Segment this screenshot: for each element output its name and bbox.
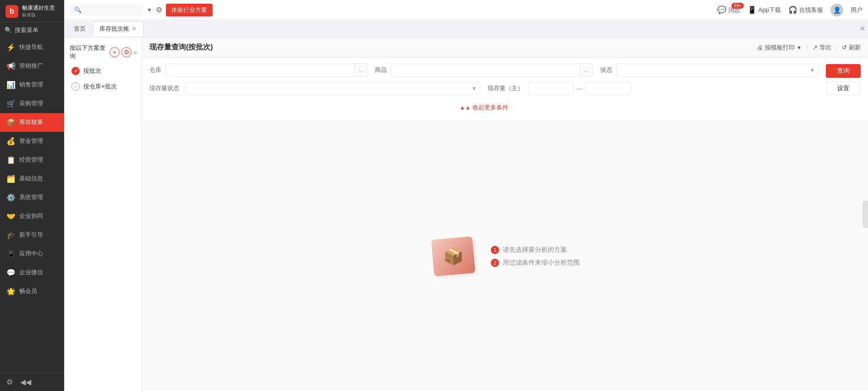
topbar-search-box[interactable]: 🔍: [70, 5, 143, 15]
sidebar-item-newbie[interactable]: 🎓 新手引导: [0, 226, 64, 244]
print-button[interactable]: 🖨 按模板打印 ▼: [757, 43, 802, 52]
product-label: 商品: [375, 66, 387, 74]
user-name: 用户: [851, 6, 863, 14]
quicknav-icon: ⚡: [6, 43, 16, 52]
service-icon: 🎧: [788, 5, 797, 14]
messages-badge: 99+: [731, 3, 744, 9]
sidebar-item-search[interactable]: 🔍 搜索菜单: [0, 22, 64, 38]
stock-main-field: 现存量（主） —: [488, 81, 819, 95]
main-content: 现存量查询(按批次) 🖨 按模板打印 ▼ | ↗ 导出 | ↺: [142, 38, 868, 391]
empty-hint-1: 1 请先选择要分析的方案: [491, 246, 580, 254]
trial-button[interactable]: 体验行业方案: [166, 4, 213, 16]
refresh-icon: ↺: [842, 44, 847, 51]
sidebar-item-enterprise[interactable]: 🤝 企业协同: [0, 207, 64, 226]
sidebar-item-system[interactable]: ⚙️ 系统管理: [0, 188, 64, 207]
content-wrap: 按以下方案查询 + ⚙ « ✓ 按批次 ○ 按仓库+批次 现存量查询(按批次): [64, 38, 868, 391]
filter-row-1: 仓库 ... 商品: [149, 63, 819, 77]
sidebar-item-purchase[interactable]: 🛒 采购管理: [0, 94, 64, 113]
refresh-button[interactable]: ↺ 刷新: [842, 43, 861, 52]
system-icon: ⚙️: [6, 193, 16, 202]
stock-main-from-input[interactable]: [528, 81, 574, 95]
scheme-item-by-batch[interactable]: ✓ 按批次: [64, 63, 142, 79]
collapse-label: 收起更多条件: [472, 103, 508, 112]
filter-section: 仓库 ... 商品: [142, 58, 868, 121]
collapse-sidebar-icon[interactable]: ◀◀: [20, 378, 31, 386]
hint-text-2: 用过滤条件来缩小分析范围: [503, 259, 580, 267]
sidebar-item-sales[interactable]: 📊 销售管理: [0, 76, 64, 94]
member-label: 畅会员: [19, 287, 37, 295]
marketing-label: 营销推广: [19, 62, 43, 70]
hint-num-2: 2: [491, 259, 499, 267]
scheme-item-by-warehouse-batch-label: 按仓库+批次: [83, 82, 117, 91]
stock-status-select-wrap: 全部 ▼: [185, 81, 480, 95]
online-service-button[interactable]: 🎧 在线客服: [788, 5, 823, 14]
sales-label: 销售管理: [19, 81, 43, 89]
empty-hints: 1 请先选择要分析的方案 2 用过滤条件来缩小分析范围: [491, 246, 580, 267]
quicknav-label: 快捷导航: [19, 43, 43, 51]
scheme-dot-active: ✓: [71, 67, 80, 75]
query-button[interactable]: 查询: [826, 64, 861, 78]
warehouse-dots-button[interactable]: ...: [355, 63, 368, 77]
topbar-dropdown-btn[interactable]: ▼: [147, 7, 152, 13]
sidebar-item-finance[interactable]: 💰 资金管理: [0, 132, 64, 151]
filter-action-buttons: 查询 设置: [824, 63, 861, 115]
product-dots-label: ...: [584, 67, 588, 73]
sidebar-item-quicknav[interactable]: ⚡ 快捷导航: [0, 38, 64, 57]
status-select[interactable]: 全部 正常 锁定: [616, 63, 819, 77]
tab-inventory-batch-label: 库存批次账: [99, 25, 129, 33]
close-panel-icon[interactable]: ✕: [859, 24, 865, 33]
topbar-settings-icon[interactable]: ⚙: [156, 5, 162, 14]
header-actions: 🖨 按模板打印 ▼ | ↗ 导出 | ↺ 刷新: [757, 43, 861, 52]
purchase-label: 采购管理: [19, 99, 43, 108]
sidebar-item-marketing[interactable]: 📢 营销推广: [0, 57, 64, 76]
export-label: 导出: [819, 43, 831, 52]
sidebar-item-inventory[interactable]: 📦 库存核算: [0, 113, 64, 132]
print-icon: 🖨: [757, 44, 763, 51]
settings-button[interactable]: 设置: [826, 81, 861, 95]
stock-status-field: 现存量状态 全部 ▼: [149, 81, 480, 95]
stock-main-to-input[interactable]: [585, 81, 631, 95]
scheme-header: 按以下方案查询 + ⚙ «: [64, 41, 142, 63]
print-dropdown-icon[interactable]: ▼: [797, 45, 802, 50]
sidebar-item-wechat[interactable]: 💬 企业微信: [0, 263, 64, 282]
print-label: 按模板打印: [765, 43, 795, 52]
topbar-search-input[interactable]: [84, 6, 130, 13]
filter-row-2: 现存量状态 全部 ▼ 现存量（主）: [149, 81, 819, 95]
settings-bottom-icon[interactable]: ⚙: [6, 378, 13, 386]
scheme-item-by-warehouse-batch[interactable]: ○ 按仓库+批次: [64, 79, 142, 94]
tab-inventory-batch[interactable]: 库存批次账 ✕: [93, 22, 143, 36]
search-menu-label: 搜索菜单: [15, 26, 38, 34]
app-download-button[interactable]: 📱 App下载: [747, 5, 781, 14]
scheme-settings-button[interactable]: ⚙: [121, 47, 132, 57]
purchase-icon: 🛒: [6, 99, 16, 108]
messages-button[interactable]: 💬 消息 99+: [717, 5, 740, 14]
sidebar-item-member[interactable]: 🌟 畅会员: [0, 282, 64, 301]
tab-home[interactable]: 首页: [67, 22, 93, 36]
tab-close-icon[interactable]: ✕: [132, 26, 137, 32]
wechat-label: 企业微信: [19, 268, 43, 277]
range-separator: —: [577, 85, 582, 92]
sidebar-item-operations[interactable]: 📋 经营管理: [0, 151, 64, 169]
filter-fields: 仓库 ... 商品: [149, 63, 819, 115]
sidebar-item-appstore[interactable]: 📱 应用中心: [0, 244, 64, 263]
product-dots-button[interactable]: ...: [580, 63, 593, 77]
scheme-add-button[interactable]: +: [110, 47, 120, 57]
scheme-collapse-button[interactable]: «: [133, 49, 137, 56]
system-label: 系统管理: [19, 193, 43, 201]
newbie-label: 新手引导: [19, 231, 43, 239]
warehouse-input[interactable]: [165, 63, 355, 77]
product-input[interactable]: [390, 63, 580, 77]
user-avatar[interactable]: 👤: [830, 4, 843, 16]
sidebar-bottom: ⚙ ◀◀: [0, 373, 64, 391]
collapse-bar[interactable]: ▲▲ 收起更多条件: [149, 100, 819, 115]
warehouse-input-group: ...: [165, 63, 368, 77]
sidebar-item-basics[interactable]: 🗂️ 基础信息: [0, 169, 64, 188]
scheme-title-label: 按以下方案查询: [70, 44, 107, 60]
operations-icon: 📋: [6, 156, 16, 164]
stock-status-select[interactable]: 全部: [185, 81, 480, 95]
topbar-left: 🔍 ▼ ⚙ 体验行业方案: [70, 4, 714, 16]
right-scroll-handle[interactable]: [863, 201, 868, 228]
export-button[interactable]: ↗ 导出: [813, 43, 831, 52]
collapse-up-icon: ▲▲: [460, 104, 471, 111]
empty-box-icon: [431, 236, 476, 277]
